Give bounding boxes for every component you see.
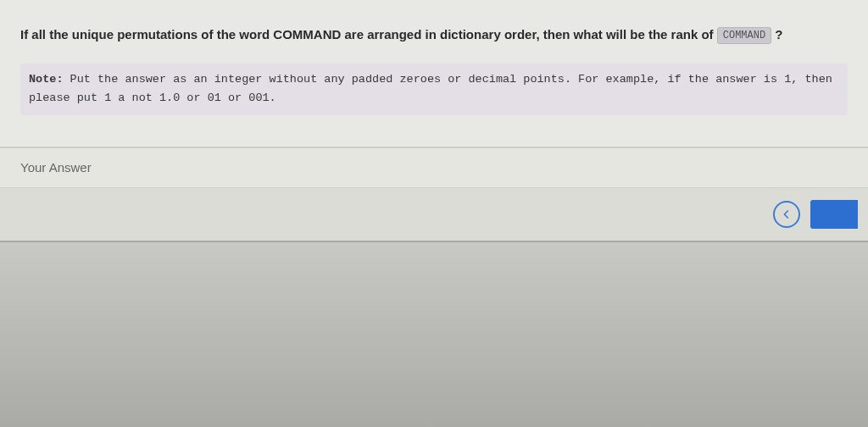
question-text: If all the unique permutations of the wo… <box>20 25 848 45</box>
back-button[interactable] <box>773 201 800 228</box>
answer-row <box>0 147 868 188</box>
word-badge: COMMAND <box>717 27 771 44</box>
note-or2: or <box>221 92 248 104</box>
arrow-left-icon <box>780 208 793 221</box>
note-label: Note: <box>29 73 64 86</box>
note-bad1: 1.0 <box>159 92 180 104</box>
note-part1: Put the answer as an integer without any… <box>64 73 785 86</box>
answer-input[interactable] <box>20 160 848 175</box>
question-suffix: ? <box>775 27 782 42</box>
lower-empty-area <box>0 242 868 427</box>
divider <box>0 130 868 147</box>
note-part3: a not <box>111 92 159 104</box>
note-end: . <box>270 92 276 104</box>
button-row <box>0 188 868 242</box>
note-bad2: 01 <box>208 92 221 104</box>
question-area: If all the unique permutations of the wo… <box>0 0 868 130</box>
note-bad3: 001 <box>248 92 269 104</box>
note-block: Note: Put the answer as an integer witho… <box>20 64 848 116</box>
question-prefix: If all the unique permutations of the wo… <box>20 27 717 42</box>
submit-button[interactable] <box>810 200 858 229</box>
note-or1: or <box>180 92 207 104</box>
